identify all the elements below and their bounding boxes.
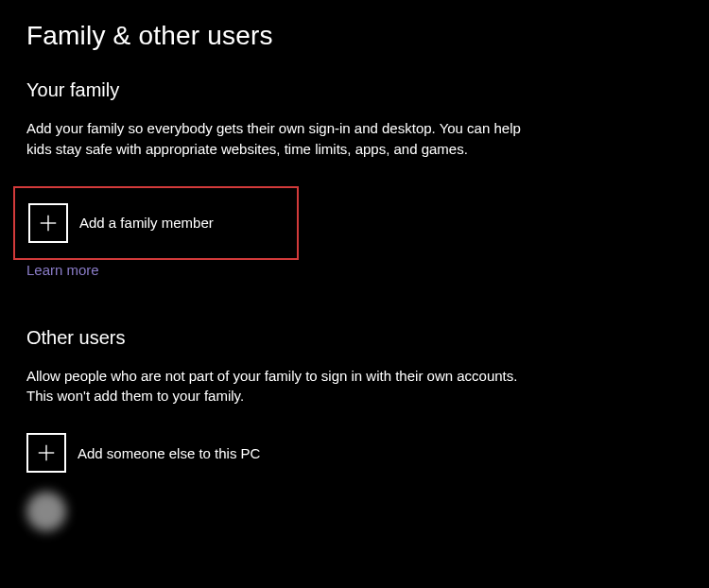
plus-icon xyxy=(28,203,68,243)
add-other-user-button[interactable]: Add someone else to this PC xyxy=(26,433,683,473)
other-users-description: Allow people who are not part of your fa… xyxy=(26,366,537,407)
add-family-member-highlight: Add a family member xyxy=(13,186,299,260)
add-other-user-label: Add someone else to this PC xyxy=(78,445,260,461)
family-description: Add your family so everybody gets their … xyxy=(26,118,537,160)
avatar xyxy=(26,492,66,531)
add-family-member-label: Add a family member xyxy=(79,215,214,231)
page-title: Family & other users xyxy=(26,21,683,51)
other-users-heading: Other users xyxy=(26,327,683,349)
add-family-member-button[interactable]: Add a family member xyxy=(28,203,214,243)
learn-more-link[interactable]: Learn more xyxy=(26,262,99,278)
family-heading: Your family xyxy=(26,79,683,101)
plus-icon xyxy=(26,433,66,473)
user-account-row[interactable] xyxy=(26,492,683,531)
